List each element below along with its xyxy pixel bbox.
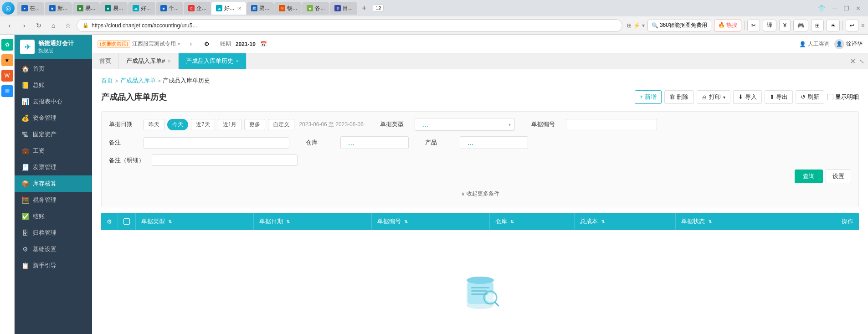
tab-page-list[interactable]: 产成品入库单# × [119, 53, 179, 69]
query-button[interactable]: 查询 [795, 170, 823, 183]
sidebar-item-settings[interactable]: ⚙ 基础设置 [15, 241, 92, 257]
sidebar-item-checkout[interactable]: ✅ 结账 [15, 208, 92, 225]
tab-9[interactable]: 腾 腾... [247, 2, 274, 15]
forward-button[interactable]: › [18, 20, 30, 31]
minimize-button[interactable]: — [830, 3, 839, 14]
filter-settings-button[interactable]: 设置 [826, 170, 851, 183]
company-selector[interactable]: (勿删勿禁用) 江西服宝测试专用 ▾ [98, 40, 180, 48]
type-filter-select[interactable]: ... ▾ [415, 118, 515, 131]
th-settings[interactable]: ⚙ [101, 213, 118, 230]
collapse-button[interactable]: ∧ 收起更多条件 [109, 187, 851, 200]
sidebar-item-fixed[interactable]: 🏗 固定资产 [15, 126, 92, 143]
th-number[interactable]: 单据编号 ⇅ [372, 213, 490, 230]
product-dots[interactable]: ... [466, 139, 475, 147]
tab-6[interactable]: ■ 个... [156, 2, 183, 15]
tab-8[interactable]: ☁ 好... ✕ [211, 2, 246, 15]
tab-2[interactable]: ■ 新... [45, 2, 72, 15]
print-button[interactable]: 🖨 打印 [697, 90, 731, 104]
date-week[interactable]: 近7天 [191, 119, 215, 130]
hot-search-button[interactable]: 🔥 热搜 [714, 20, 741, 31]
grid-icon[interactable]: ⊞ [627, 22, 632, 29]
sidebar-item-invoice[interactable]: 🧾 发票管理 [15, 159, 92, 175]
maximize-button[interactable]: ❐ [842, 3, 851, 14]
yuan-tool[interactable]: ¥ [779, 20, 791, 31]
th-cost[interactable]: 总成本 ⇅ [575, 213, 676, 230]
delete-button[interactable]: 🗑 删除 [664, 90, 694, 104]
company-settings-button[interactable]: ⚙ [202, 39, 212, 49]
warehouse-filter-select[interactable]: ... [340, 136, 409, 149]
cut-tool[interactable]: ✂ [747, 20, 760, 31]
breadcrumb-home[interactable]: 首页 [101, 77, 113, 85]
game-tool[interactable]: 🎮 [793, 20, 808, 31]
rail-item-3[interactable]: W [1, 70, 13, 82]
date-more[interactable]: 更多 [244, 119, 265, 130]
tab-11[interactable]: ■ 各... [302, 2, 329, 15]
refresh-nav-button[interactable]: ↻ [33, 20, 45, 31]
date-custom[interactable]: 自定义 [268, 119, 294, 130]
period-calendar-icon[interactable]: 📅 [260, 41, 267, 47]
tab-history-close[interactable]: × [236, 58, 239, 64]
import-button[interactable]: ⬇ 导入 [733, 90, 762, 104]
add-company-button[interactable]: + [185, 38, 197, 50]
bolt-icon[interactable]: ⚡ [633, 22, 640, 29]
search-bar[interactable]: 🔍 360智能抠图免费用 [647, 20, 711, 31]
tab-7[interactable]: C 企... [184, 2, 211, 15]
tab-8-close[interactable]: ✕ [238, 6, 241, 11]
date-month[interactable]: 近1月 [218, 119, 242, 130]
sidebar-item-salary[interactable]: 💼 工资 [15, 143, 92, 159]
tab-10[interactable]: M 畅... [274, 2, 302, 15]
th-warehouse[interactable]: 仓库 ⇅ [490, 213, 575, 230]
rail-item-logo[interactable]: ✿ [1, 39, 13, 51]
new-tab-button[interactable]: + [358, 2, 370, 15]
user-service-button[interactable]: 👤 人工咨询 [799, 40, 830, 48]
panel-expand-button[interactable]: ⤡ [859, 58, 864, 65]
export-button[interactable]: ⬆ 导出 [765, 90, 793, 104]
sidebar-item-archive[interactable]: 🗄 归档管理 [15, 225, 92, 241]
remarks-detail-input[interactable] [152, 154, 298, 166]
sidebar-item-inventory[interactable]: 📦 库存核算 [15, 175, 92, 192]
sun-tool[interactable]: ☀ [827, 20, 840, 31]
rail-item-4[interactable]: ✉ [1, 85, 13, 97]
tab-5[interactable]: ☁ 好... [128, 2, 155, 15]
shirt-icon[interactable]: 👕 [816, 3, 827, 14]
home-nav-button[interactable]: ⌂ [47, 20, 59, 31]
tab-12[interactable]: S 目... [330, 2, 357, 15]
date-today[interactable]: 今天 [167, 119, 188, 130]
tab-page-history[interactable]: 产成品入库单历史 × [179, 53, 247, 69]
tab-4[interactable]: ■ 易... [100, 2, 128, 15]
remarks-filter-input[interactable] [144, 137, 289, 149]
sidebar-item-cashflow[interactable]: 💰 资金管理 [15, 110, 92, 126]
th-checkbox[interactable] [118, 213, 136, 230]
translate-tool[interactable]: 译 [763, 20, 776, 31]
product-filter-select[interactable]: ... [460, 136, 528, 149]
type-dots[interactable]: ... [421, 120, 430, 128]
th-status[interactable]: 单据状态 ⇅ [676, 213, 794, 230]
date-yesterday[interactable]: 昨天 [144, 119, 164, 130]
address-input[interactable]: 🔒 https://cloud.chanjet.com/accounting/u… [77, 19, 622, 32]
th-date[interactable]: 单据日期 ⇅ [254, 213, 372, 230]
sidebar-item-tax[interactable]: 🧮 税务管理 [15, 192, 92, 208]
th-type[interactable]: 单据类型 ⇅ [136, 213, 254, 230]
sidebar-item-report[interactable]: 📊 云报表中心 [15, 93, 92, 110]
show-detail-checkbox[interactable] [827, 94, 833, 100]
tab-page-home[interactable]: 首页 [92, 53, 119, 69]
sidebar-item-ledger[interactable]: 📒 总账 [15, 77, 92, 93]
user-name-button[interactable]: 👤 徐译华 [834, 39, 863, 49]
warehouse-dots[interactable]: ... [346, 139, 356, 147]
rail-item-2[interactable]: ★ [1, 54, 13, 66]
tab-3[interactable]: ■ 易... [72, 2, 100, 15]
more-tools[interactable]: ≡ [861, 22, 864, 29]
bookmark-button[interactable]: ☆ [62, 20, 74, 31]
back-button[interactable]: ‹ [4, 20, 15, 31]
close-button[interactable]: ✕ [854, 3, 863, 14]
undo-tool[interactable]: ↩ [846, 20, 858, 31]
layout-tool[interactable]: ⊞ [811, 20, 824, 31]
number-filter-input[interactable] [566, 119, 657, 130]
tab-1[interactable]: ● 在... [17, 2, 44, 15]
breadcrumb-list[interactable]: 产成品入库单 [120, 77, 156, 85]
sidebar-item-newbill[interactable]: 📋 新手引导 [15, 257, 92, 274]
add-button[interactable]: + 新增 [635, 90, 662, 104]
select-all-checkbox[interactable] [123, 218, 130, 225]
dropdown-arrow-icon[interactable]: ▾ [642, 22, 645, 29]
panel-close-button[interactable]: ✕ [846, 55, 859, 67]
